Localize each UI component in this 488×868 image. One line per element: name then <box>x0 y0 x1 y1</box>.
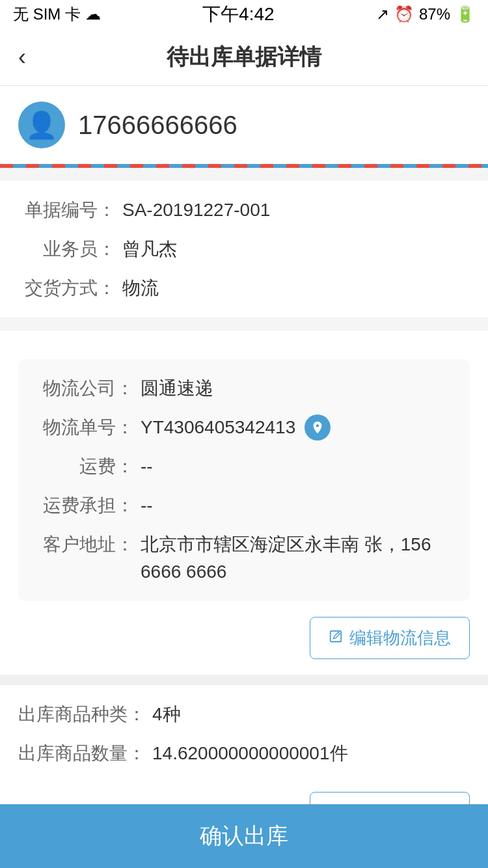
freight-bearer-row: 运费承担： -- <box>36 492 452 519</box>
logistics-company-row: 物流公司： 圆通速递 <box>36 375 452 402</box>
goods-type-row: 出库商品种类： 4种 <box>18 701 470 728</box>
logistics-section: 物流公司： 圆通速递 物流单号： YT43064053424​13 <box>0 331 488 675</box>
edit-logistics-label: 编辑物流信息 <box>349 627 451 649</box>
goods-quantity-label: 出库商品数量： <box>18 740 152 767</box>
goods-quantity-value: 14.620000000000001件 <box>152 740 470 767</box>
status-right: ↗ ⏰ 87% 🔋 <box>376 5 475 23</box>
edit-btn-row: 编辑物流信息 <box>18 617 470 659</box>
edit-icon <box>329 629 343 647</box>
tracking-number-text: YT43064053424​13 <box>141 414 295 441</box>
freight-value: -- <box>141 453 452 480</box>
svg-rect-0 <box>331 631 342 642</box>
confirm-button[interactable]: 确认出库 <box>0 804 488 868</box>
page-title: 待出库单据详情 <box>167 42 321 72</box>
basic-info-section: 单据编号： SA-20191227-001 业务员： 曾凡杰 交货方式： 物流 <box>0 181 488 318</box>
address-row: 客户地址： 北京市市辖区海淀区永丰南 张，156 6666 6666 <box>36 531 452 586</box>
confirm-button-label: 确认出库 <box>200 821 288 851</box>
logistics-company-label: 物流公司： <box>36 375 141 402</box>
goods-quantity-row: 出库商品数量： 14.620000000000001件 <box>18 740 470 767</box>
avatar: 👤 <box>18 102 65 148</box>
section-divider <box>0 675 488 685</box>
salesman-label: 业务员： <box>18 236 122 263</box>
status-left: 无 SIM 卡 ☁ <box>13 4 101 25</box>
delivery-value: 物流 <box>122 275 470 302</box>
salesman-row: 业务员： 曾凡杰 <box>18 236 470 263</box>
address-value: 北京市市辖区海淀区永丰南 张，156 6666 6666 <box>141 531 452 586</box>
status-bar: 无 SIM 卡 ☁ 下午4:42 ↗ ⏰ 87% 🔋 <box>0 0 488 29</box>
freight-bearer-value: -- <box>141 492 452 519</box>
person-icon: 👤 <box>25 110 58 141</box>
back-arrow-icon: ‹ <box>18 44 26 70</box>
alarm-icon: ⏰ <box>394 5 414 23</box>
logistics-company-value: 圆通速递 <box>141 375 452 402</box>
sim-status: 无 SIM 卡 ☁ <box>13 4 101 25</box>
goods-type-value: 4种 <box>152 701 470 728</box>
back-button[interactable]: ‹ <box>18 44 26 71</box>
battery-icon: 🔋 <box>455 5 475 23</box>
battery-level: 87% <box>419 5 450 23</box>
edit-logistics-button[interactable]: 编辑物流信息 <box>310 617 470 659</box>
freight-row: 运费： -- <box>36 453 452 480</box>
salesman-value: 曾凡杰 <box>122 236 470 263</box>
map-pin-svg <box>310 420 325 435</box>
tracking-number-label: 物流单号： <box>36 414 141 441</box>
nav-bar: ‹ 待出库单据详情 <box>0 29 488 86</box>
customer-phone: 17666666666 <box>78 111 237 140</box>
order-number-value: SA-20191227-001 <box>122 197 470 224</box>
customer-header: 👤 17666666666 <box>0 86 488 164</box>
logistics-card: 物流公司： 圆通速递 物流单号： YT43064053424​13 <box>18 359 470 601</box>
goods-type-label: 出库商品种类： <box>18 701 152 728</box>
map-pin-icon[interactable] <box>305 414 331 441</box>
dashed-divider <box>0 164 488 168</box>
status-time: 下午4:42 <box>202 2 275 27</box>
order-number-row: 单据编号： SA-20191227-001 <box>18 197 470 224</box>
freight-bearer-label: 运费承担： <box>36 492 141 519</box>
tracking-number-row: 物流单号： YT43064053424​13 <box>36 414 452 441</box>
freight-label: 运费： <box>36 453 141 480</box>
order-number-label: 单据编号： <box>18 197 122 224</box>
location-indicator: ↗ <box>376 5 389 23</box>
address-label: 客户地址： <box>36 531 141 558</box>
tracking-number-value: YT43064053424​13 <box>141 414 452 441</box>
delivery-row: 交货方式： 物流 <box>18 275 470 302</box>
delivery-label: 交货方式： <box>18 275 122 302</box>
